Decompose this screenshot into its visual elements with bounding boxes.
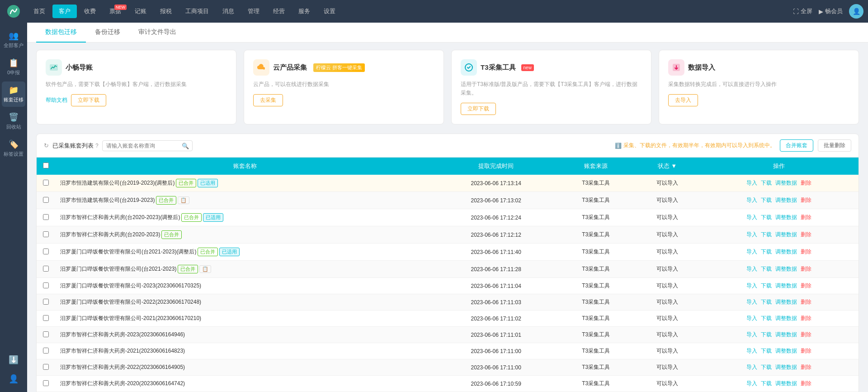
sidebar-user[interactable]: 👤	[2, 370, 25, 387]
action-delete[interactable]: 删除	[801, 197, 811, 203]
action-download[interactable]: 下载	[761, 315, 772, 321]
action-download[interactable]: 下载	[761, 231, 772, 238]
row-checkbox[interactable]	[43, 348, 49, 354]
row-checkbox[interactable]	[43, 299, 49, 305]
action-download[interactable]: 下载	[761, 331, 772, 338]
row-checkbox[interactable]	[43, 180, 49, 186]
app-logo[interactable]	[5, 2, 23, 20]
nav-settings[interactable]: 设置	[317, 5, 342, 18]
sidebar-item-zero-report[interactable]: 📋 0申报	[2, 54, 25, 80]
row-checkbox[interactable]	[43, 364, 49, 370]
action-delete[interactable]: 删除	[801, 214, 811, 220]
action-download[interactable]: 下载	[761, 180, 772, 186]
action-adjust-data[interactable]: 调整数据	[775, 282, 797, 289]
row-checkbox[interactable]	[43, 282, 49, 288]
row-checkbox[interactable]	[43, 231, 49, 237]
nav-accounting[interactable]: 记账	[128, 5, 153, 18]
action-import[interactable]: 导入	[746, 249, 757, 255]
cloud-collect-btn[interactable]: 去采集	[253, 94, 283, 106]
action-import[interactable]: 导入	[746, 231, 757, 238]
nav-home[interactable]: 首页	[27, 5, 52, 18]
row-checkbox[interactable]	[43, 197, 49, 203]
sidebar-item-tag-settings[interactable]: 🏷️ 标签设置	[2, 136, 25, 161]
data-import-btn[interactable]: 去导入	[668, 94, 698, 106]
action-adjust-data[interactable]: 调整数据	[775, 180, 797, 186]
row-checkbox[interactable]	[43, 315, 49, 321]
action-delete[interactable]: 删除	[801, 231, 811, 238]
action-adjust-data[interactable]: 调整数据	[775, 315, 797, 321]
action-download[interactable]: 下载	[761, 364, 772, 370]
t3-download-btn[interactable]: 立即下载	[461, 103, 496, 115]
action-adjust-data[interactable]: 调整数据	[775, 266, 797, 272]
nav-management[interactable]: 管理	[241, 5, 266, 18]
action-import[interactable]: 导入	[746, 180, 757, 186]
refresh-icon[interactable]: ↻	[44, 142, 49, 149]
avatar[interactable]: 👤	[849, 4, 863, 19]
action-download[interactable]: 下载	[761, 348, 772, 354]
merge-btn[interactable]: 合并账套	[780, 139, 813, 152]
action-download[interactable]: 下载	[761, 380, 772, 387]
row-checkbox[interactable]	[43, 331, 49, 337]
row-checkbox[interactable]	[43, 380, 49, 386]
action-download[interactable]: 下载	[761, 282, 772, 289]
nav-tax[interactable]: 报税	[154, 5, 178, 18]
row-checkbox[interactable]	[43, 214, 49, 220]
col-status[interactable]: 状态 ▼	[635, 158, 700, 175]
list-title-help-icon[interactable]: ?	[95, 143, 99, 149]
nav-customer[interactable]: 客户	[52, 5, 77, 18]
action-adjust-data[interactable]: 调整数据	[775, 197, 797, 203]
action-delete[interactable]: 删除	[801, 266, 811, 272]
action-import[interactable]: 导入	[746, 282, 757, 289]
action-adjust-data[interactable]: 调整数据	[775, 348, 797, 354]
action-adjust-data[interactable]: 调整数据	[775, 380, 797, 387]
action-import[interactable]: 导入	[746, 214, 757, 220]
nav-billing[interactable]: 收费	[78, 5, 102, 18]
row-checkbox[interactable]	[43, 249, 49, 254]
nav-operations[interactable]: 经营	[267, 5, 291, 18]
sidebar-item-account-migration[interactable]: 📁 账套迁移	[2, 81, 25, 107]
tab-audit-export[interactable]: 审计文件导出	[129, 23, 185, 43]
sidebar-download[interactable]: ⬇️	[2, 351, 25, 368]
row-checkbox[interactable]	[43, 266, 49, 272]
tab-data-migration[interactable]: 数据包迁移	[36, 23, 86, 43]
action-download[interactable]: 下载	[761, 266, 772, 272]
search-input[interactable]	[102, 140, 193, 151]
action-delete[interactable]: 删除	[801, 180, 811, 186]
action-download[interactable]: 下载	[761, 249, 772, 255]
search-icon[interactable]: 🔍	[182, 142, 189, 149]
sidebar-item-recycle[interactable]: 🗑️ 回收站	[2, 109, 25, 134]
action-download[interactable]: 下载	[761, 299, 772, 305]
xiao-chang-download-btn[interactable]: 立即下载	[71, 94, 106, 106]
action-adjust-data[interactable]: 调整数据	[775, 364, 797, 370]
action-import[interactable]: 导入	[746, 348, 757, 354]
action-delete[interactable]: 删除	[801, 380, 811, 387]
nav-invoice[interactable]: 票据 NEW	[103, 5, 127, 18]
action-delete[interactable]: 删除	[801, 249, 811, 255]
action-import[interactable]: 导入	[746, 380, 757, 387]
action-import[interactable]: 导入	[746, 197, 757, 203]
action-adjust-data[interactable]: 调整数据	[775, 249, 797, 255]
nav-business[interactable]: 工商项目	[179, 5, 215, 18]
xiao-chang-help-link[interactable]: 帮助文档	[46, 96, 67, 104]
action-delete[interactable]: 删除	[801, 299, 811, 305]
batch-delete-btn[interactable]: 批量删除	[818, 139, 851, 152]
action-adjust-data[interactable]: 调整数据	[775, 214, 797, 220]
action-download[interactable]: 下载	[761, 214, 772, 220]
tab-backup-migration[interactable]: 备份迁移	[86, 23, 129, 43]
action-import[interactable]: 导入	[746, 299, 757, 305]
action-import[interactable]: 导入	[746, 266, 757, 272]
action-delete[interactable]: 删除	[801, 282, 811, 289]
nav-service[interactable]: 服务	[292, 5, 316, 18]
action-import[interactable]: 导入	[746, 364, 757, 370]
action-adjust-data[interactable]: 调整数据	[775, 231, 797, 238]
action-delete[interactable]: 删除	[801, 364, 811, 370]
action-delete[interactable]: 删除	[801, 348, 811, 354]
action-download[interactable]: 下载	[761, 197, 772, 203]
action-delete[interactable]: 删除	[801, 315, 811, 321]
action-adjust-data[interactable]: 调整数据	[775, 331, 797, 338]
action-adjust-data[interactable]: 调整数据	[775, 299, 797, 305]
sidebar-item-all-customers[interactable]: 👥 全部客户	[2, 27, 25, 53]
nav-messages[interactable]: 消息	[216, 5, 241, 18]
fullscreen-btn[interactable]: ⛶ 全屏	[793, 7, 812, 15]
membership-btn[interactable]: ▶ 畅会员	[819, 7, 843, 15]
